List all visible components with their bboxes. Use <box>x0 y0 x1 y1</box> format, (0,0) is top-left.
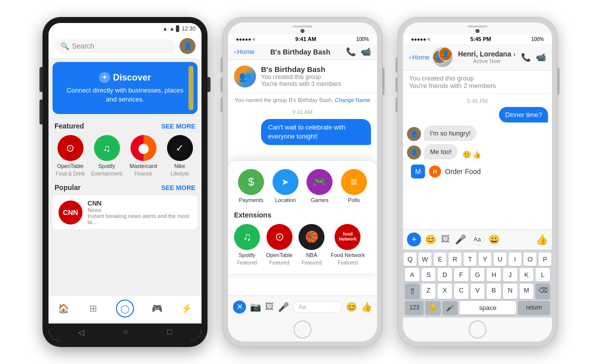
key-m[interactable]: M <box>520 284 534 299</box>
key-x[interactable]: X <box>438 284 452 299</box>
home-button[interactable]: ○ <box>123 328 128 337</box>
key-mic-kb[interactable]: 🎤 <box>442 301 458 314</box>
app-item-opentable[interactable]: ⊙ OpenTable Food & Drink <box>54 135 86 176</box>
nav-grid-icon[interactable]: ⊞ <box>86 302 100 316</box>
emoji-icon[interactable]: 😊 <box>346 302 357 312</box>
nav-messenger-icon[interactable]: ◯ <box>116 300 134 318</box>
ext-polls[interactable]: ≡ Polls <box>341 169 367 203</box>
key-l[interactable]: L <box>536 268 550 282</box>
key-b[interactable]: B <box>486 284 501 299</box>
nav-bolt-icon[interactable]: ⚡ <box>180 302 194 316</box>
key-h[interactable]: H <box>486 268 501 282</box>
emoji-smile-icon[interactable]: 😊 <box>425 234 436 245</box>
popular-label: Popular <box>54 184 80 192</box>
key-p[interactable]: P <box>538 252 552 266</box>
back-button[interactable]: ‹ Home <box>234 48 254 56</box>
see-more-popular[interactable]: SEE MORE <box>161 184 196 192</box>
home-button-iphone-3[interactable] <box>468 320 486 338</box>
nav-gamepad-icon[interactable]: 🎮 <box>150 302 164 316</box>
key-w[interactable]: W <box>418 252 432 266</box>
key-e[interactable]: E <box>434 252 446 266</box>
key-backspace[interactable]: ⌫ <box>536 284 550 299</box>
ext-payments[interactable]: $ Payments <box>238 169 264 203</box>
iphone-messages-phone: ●●●●● ≈ 5:45 PM 100% ‹ Home 👤 👤 Henri, L… <box>398 17 558 347</box>
discover-banner[interactable]: ✦ Discover Connect directly with busines… <box>52 62 198 114</box>
key-n[interactable]: N <box>503 284 518 299</box>
home-indicator <box>228 318 377 342</box>
camera-icon[interactable]: 📷 <box>250 302 261 312</box>
key-s[interactable]: S <box>422 268 436 282</box>
extensions-apps: ♫ Spotify Featured ⊙ OpenTable Featured … <box>234 224 371 266</box>
key-k[interactable]: K <box>520 268 534 282</box>
close-ext-icon[interactable]: ✕ <box>233 300 246 314</box>
ext-icons-row: $ Payments ➤ Location 🎮 Games ≡ Polls <box>234 169 371 203</box>
ext-nba[interactable]: 🏀 NBA Featured <box>298 224 324 266</box>
phone-icon[interactable]: 📞 <box>346 47 356 56</box>
key-g[interactable]: G <box>470 268 485 282</box>
back-button[interactable]: ◁ <box>78 328 84 337</box>
key-y[interactable]: Y <box>478 252 492 266</box>
haberdash-icon: H <box>429 166 441 178</box>
ext-spotify-name: Spotify <box>238 252 256 258</box>
ext-opentable[interactable]: ⊙ OpenTable Featured <box>266 224 292 266</box>
video-icon-3[interactable]: 📹 <box>536 52 546 62</box>
ext-games[interactable]: 🎮 Games <box>306 169 332 203</box>
lock-button-3 <box>558 68 560 95</box>
back-button-3[interactable]: ‹ Home <box>409 54 430 61</box>
ext-spotify[interactable]: ♫ Spotify Featured <box>234 224 260 266</box>
chevron-right-icon: › <box>513 50 516 58</box>
key-c[interactable]: C <box>454 284 468 299</box>
app-item-spotify[interactable]: ♫ Spotify Entertainment <box>91 135 122 176</box>
phone-icon-3[interactable]: 📞 <box>521 52 531 62</box>
key-shift[interactable]: ⇧ <box>405 284 420 299</box>
text-format-aa[interactable]: Aa <box>470 234 484 244</box>
search-input-wrapper[interactable]: 🔍 Search <box>54 39 176 53</box>
key-a[interactable]: A <box>405 268 420 282</box>
key-space[interactable]: space <box>460 301 516 314</box>
group-header: 👥 B's Birthday Bash You created this gro… <box>228 60 377 93</box>
chat3-info: Henri, Loredana › Active Now <box>456 50 518 64</box>
add-button[interactable]: + <box>407 232 421 246</box>
key-u[interactable]: U <box>494 252 506 266</box>
home-button-iphone[interactable] <box>294 320 312 338</box>
key-t[interactable]: T <box>464 252 476 266</box>
key-o[interactable]: O <box>524 252 536 266</box>
key-f[interactable]: F <box>454 268 468 282</box>
image-icon-3[interactable]: 🖼 <box>441 234 450 245</box>
key-z[interactable]: Z <box>422 284 436 299</box>
home-indicator-3 <box>403 318 552 342</box>
message-input[interactable]: Aa <box>293 301 342 313</box>
key-123[interactable]: 123 <box>405 301 424 314</box>
app-item-nike[interactable]: ✓ Nike Lifestyle <box>164 135 196 176</box>
key-v[interactable]: V <box>470 284 485 299</box>
video-icon[interactable]: 📹 <box>361 47 371 56</box>
see-more-featured[interactable]: SEE MORE <box>161 122 196 130</box>
cnn-list-item[interactable]: CNN CNN News Instant breaking news alert… <box>52 196 198 229</box>
iphone3-top-area <box>403 22 552 34</box>
spotify-category: Entertainment <box>91 171 122 176</box>
ext-food-network[interactable]: foodNetwork Food Network Featured <box>330 224 364 266</box>
key-j[interactable]: J <box>503 268 518 282</box>
key-d[interactable]: D <box>438 268 452 282</box>
change-name-link[interactable]: Change Name <box>335 97 370 103</box>
wifi-icon: ▲ <box>162 26 168 32</box>
camera3 <box>476 29 480 33</box>
key-emoji[interactable]: 😊 <box>426 301 440 314</box>
active-now: Active Now <box>456 58 518 64</box>
key-q[interactable]: Q <box>404 252 416 266</box>
recents-button[interactable]: □ <box>167 328 172 337</box>
nav-home-icon[interactable]: 🏠 <box>56 302 70 316</box>
app-item-mastercard[interactable]: ⬤ Mastercard Finance <box>128 135 159 176</box>
image-icon[interactable]: 🖼 <box>265 302 274 312</box>
key-i[interactable]: I <box>508 252 522 266</box>
key-r[interactable]: R <box>448 252 462 266</box>
thumb-up-icon[interactable]: 👍 <box>361 302 372 312</box>
thumb-up-3[interactable]: 👍 <box>536 234 548 246</box>
emoji-icon-3[interactable]: 😀 <box>488 234 500 245</box>
kb-row-2: A S D F G H J K L <box>405 268 550 282</box>
order-food-row[interactable]: M H Order Food <box>407 162 548 180</box>
mic-icon-3[interactable]: 🎤 <box>455 234 466 245</box>
mic-icon[interactable]: 🎤 <box>278 302 289 312</box>
ext-location[interactable]: ➤ Location <box>272 169 298 203</box>
key-return[interactable]: return <box>518 301 550 314</box>
